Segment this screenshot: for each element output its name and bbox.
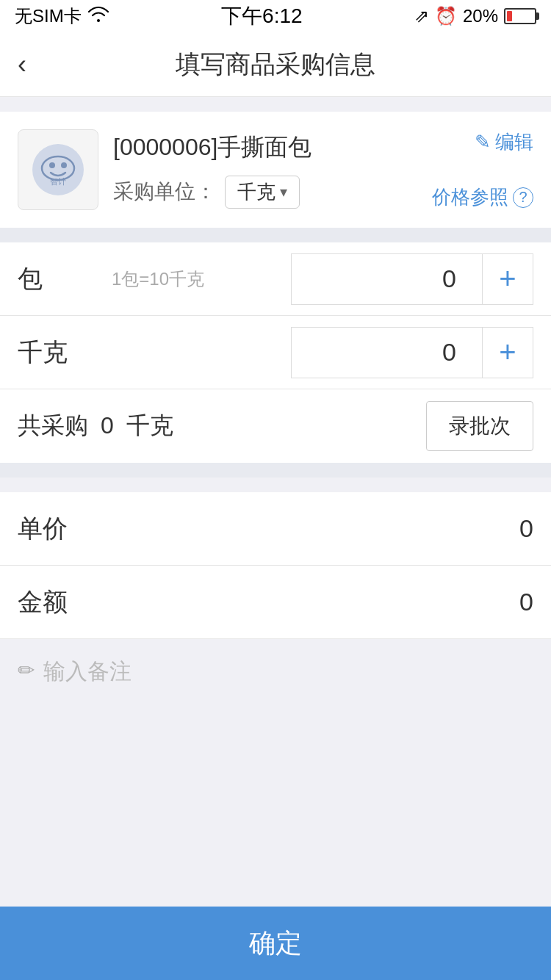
battery-percent: 20% <box>463 6 498 26</box>
pencil-icon: ✏ <box>18 658 35 682</box>
unit-label: 采购单位： <box>113 178 216 206</box>
svg-text:智计: 智计 <box>50 177 66 186</box>
wifi-icon <box>87 6 109 26</box>
kg-label: 千克 <box>18 336 106 370</box>
bao-sublabel: 1包=10千克 <box>112 267 204 291</box>
bao-number-input[interactable] <box>291 253 482 305</box>
product-image: 智计 <box>18 129 98 210</box>
price-ref-button[interactable]: 价格参照 ? <box>432 184 533 210</box>
svg-point-2 <box>61 162 67 168</box>
confirm-button[interactable]: 确定 <box>0 907 551 980</box>
kg-input-control: + <box>291 327 533 378</box>
edit-button[interactable]: ✎ 编辑 <box>475 129 533 155</box>
status-bar-left: 无SIM卡 <box>15 4 109 28</box>
bao-label: 包 <box>18 262 106 296</box>
unit-price-row: 单价 0 <box>0 492 551 566</box>
back-button[interactable]: ‹ <box>18 49 26 80</box>
record-batch-button[interactable]: 录批次 <box>426 401 533 451</box>
input-section: 包 1包=10千克 + 千克 + <box>0 242 551 389</box>
unit-value: 千克 <box>237 179 276 205</box>
nav-bar: ‹ 填写商品采购信息 <box>0 32 551 97</box>
page-title: 填写商品采购信息 <box>176 48 375 82</box>
kg-number-input[interactable] <box>291 327 482 378</box>
status-bar-right: ⇗ ⏰ 20% <box>414 6 536 26</box>
price-section: 单价 0 金额 0 <box>0 492 551 639</box>
unit-price-value: 0 <box>519 514 533 543</box>
product-image-placeholder: 智计 <box>32 144 84 195</box>
alarm-icon: ⏰ <box>435 6 457 26</box>
section-divider-1 <box>0 228 551 242</box>
price-ref-label: 价格参照 <box>432 184 508 210</box>
unit-selector[interactable]: 千克 ▾ <box>225 176 300 209</box>
dropdown-arrow-icon: ▾ <box>280 183 287 201</box>
amount-value: 0 <box>519 588 533 616</box>
summary-value: 0 <box>101 412 114 439</box>
product-name: [0000006]手撕面包 <box>113 131 533 164</box>
notes-area[interactable]: ✏ 输入备注 <box>0 639 551 727</box>
status-bar: 无SIM卡 下午6:12 ⇗ ⏰ 20% <box>0 0 551 32</box>
bao-plus-button[interactable]: + <box>482 253 533 305</box>
edit-icon: ✎ <box>475 131 491 154</box>
unit-price-label: 单价 <box>18 512 68 546</box>
kg-input-row: 千克 + <box>0 316 551 389</box>
status-bar-time: 下午6:12 <box>221 2 303 30</box>
notes-placeholder: 输入备注 <box>43 657 132 687</box>
kg-plus-button[interactable]: + <box>482 327 533 378</box>
battery-icon <box>504 8 536 24</box>
product-card: 智计 [0000006]手撕面包 采购单位： 千克 ▾ ✎ 编辑 价格参照 ? <box>0 112 551 228</box>
amount-row: 金额 0 <box>0 566 551 639</box>
svg-point-1 <box>49 162 55 168</box>
battery-fill <box>507 11 512 21</box>
help-icon: ? <box>513 187 533 208</box>
amount-label: 金额 <box>18 586 68 619</box>
bao-input-control: + <box>291 253 533 305</box>
bao-input-row: 包 1包=10千克 + <box>0 242 551 316</box>
section-divider-2 <box>0 463 551 478</box>
location-icon: ⇗ <box>414 6 429 26</box>
carrier-label: 无SIM卡 <box>15 4 82 28</box>
summary-text: 共采购 0 千克 <box>18 410 173 442</box>
summary-row: 共采购 0 千克 录批次 <box>0 389 551 463</box>
